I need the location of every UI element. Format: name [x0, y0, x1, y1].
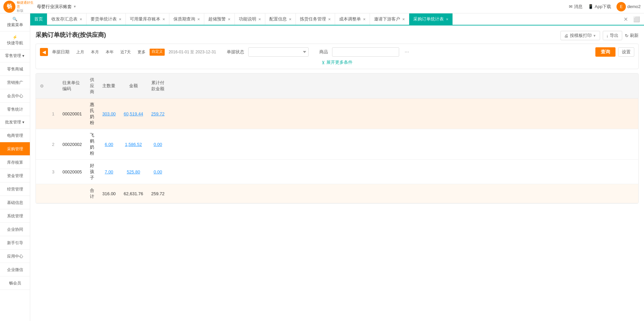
sidebar-item-ops[interactable]: 经营管理: [0, 182, 30, 196]
sidebar-item-vip[interactable]: 畅会员: [0, 276, 30, 290]
table-row: 2 00020002 飞鹤奶粉 6.00 1,586.52 0.00: [36, 129, 638, 160]
tab-home[interactable]: 首页: [30, 13, 47, 25]
more-filter-dots[interactable]: ···: [405, 49, 409, 55]
tab-close-icon[interactable]: ✕: [258, 17, 261, 21]
qty-link[interactable]: 6.00: [105, 142, 113, 147]
tab-over-stock[interactable]: 超储预警 ✕: [204, 13, 235, 25]
table-row: 1 00020001 惠氏奶粉 303.00 60,519.44 259.72: [36, 99, 638, 129]
paid-link[interactable]: 0.00: [154, 142, 162, 147]
sidebar-item-retail-shop[interactable]: 零售商城: [0, 62, 30, 76]
message-btn[interactable]: ✉ 消息: [569, 4, 583, 10]
row-num: 3: [48, 160, 58, 184]
goods-input[interactable]: [332, 47, 399, 57]
sidebar-item-wechat[interactable]: 企业微信: [0, 263, 30, 276]
tab-close-icon[interactable]: ✕: [289, 17, 291, 21]
footer-paid: 259.72: [147, 184, 169, 203]
row-amount: 525.80: [120, 160, 147, 184]
tab-goods-stat[interactable]: 要货单统计表 ✕: [87, 13, 126, 25]
amount-link[interactable]: 525.80: [127, 169, 140, 174]
tab-close-icon[interactable]: ✕: [162, 17, 165, 21]
query-button[interactable]: 查询: [595, 47, 615, 57]
row-supplier-code: 00020005: [58, 160, 86, 184]
sidebar-item-member[interactable]: 会员中心: [0, 89, 30, 103]
tab-cost-adjust[interactable]: 成本调整单 ✕: [335, 13, 370, 25]
export-button[interactable]: ↓ 导出: [603, 31, 623, 40]
sidebar-item-enterprise[interactable]: 企业协同: [0, 223, 30, 236]
row-paid: 0.00: [147, 129, 169, 160]
data-table-container: ⚙ 往来单位编码 供应商 主数量 金额 累计付款金额: [36, 73, 639, 204]
tab-purchase-stat[interactable]: 采购订单统计表 ✕: [409, 13, 453, 25]
tab-pick-task[interactable]: 拣货任务管理 ✕: [296, 13, 335, 25]
tab-label: 保质期查询: [173, 16, 195, 22]
expand-more-btn[interactable]: ⊻ 展开更多条件: [40, 59, 634, 65]
sidebar-item-retail-stat[interactable]: 零售统计: [0, 103, 30, 116]
date-btn-7days[interactable]: 近7天: [118, 49, 133, 56]
tab-close-icon[interactable]: ✕: [197, 17, 200, 21]
user-profile[interactable]: E demo2: [616, 2, 641, 11]
settings-button[interactable]: 设置: [618, 47, 634, 57]
footer-label: [58, 184, 86, 203]
sidebar-item-marketing[interactable]: 营销推广: [0, 76, 30, 89]
workspace-selector[interactable]: 母婴行业演示账套 ▼: [37, 4, 76, 10]
footer-settings-col: [36, 184, 48, 203]
sidebar-item-ecommerce[interactable]: 电商管理: [0, 129, 30, 142]
qty-link[interactable]: 7.00: [105, 169, 113, 174]
refresh-button[interactable]: ↻ 刷新: [625, 33, 639, 39]
filter-collapse-btn[interactable]: ◀: [40, 48, 48, 56]
status-select[interactable]: [248, 47, 309, 57]
export-icon: ↓: [606, 33, 609, 38]
tab-close-icon[interactable]: ✕: [446, 17, 448, 21]
sidebar-item-system[interactable]: 系统管理: [0, 209, 30, 223]
date-btn-last-month[interactable]: 上月: [73, 49, 87, 56]
tab-close-icon[interactable]: ✕: [79, 17, 82, 21]
sidebar-item-inventory[interactable]: 库存核算: [0, 156, 30, 169]
tab-close-icon[interactable]: ✕: [402, 17, 405, 21]
tab-label: 超储预警: [208, 16, 226, 22]
amount-link[interactable]: 1,586.52: [125, 142, 142, 147]
top-bar: 畅 畅捷通好生意 标版 母婴行业演示账套 ▼ ✉ 消息 📱 App下载: [0, 0, 644, 13]
chevron-down-icon: ▼: [73, 5, 76, 8]
tab-bar: 首页 收发存汇总表 ✕ 要货单统计表 ✕ 可用量库存账本 ✕ 保质期查询 ✕: [30, 13, 644, 25]
col-settings-icon[interactable]: ⚙: [36, 73, 48, 99]
tab-maximize-btn[interactable]: ⬜: [632, 16, 641, 22]
tab-receive-pay[interactable]: 收发存汇总表 ✕: [47, 13, 87, 25]
table-footer-row: 合计 316.00 62,631.76 259.72: [36, 184, 638, 203]
sidebar-label: 搜索菜单: [2, 22, 28, 28]
sidebar-item-shortcut[interactable]: ⚡ 快捷导航: [0, 32, 30, 50]
date-btn-this-month[interactable]: 本月: [88, 49, 102, 56]
tab-close-icon[interactable]: ✕: [328, 17, 331, 21]
date-btn-this-year[interactable]: 本年: [103, 49, 116, 56]
sidebar-item-newbie[interactable]: 新手引导: [0, 236, 30, 250]
tab-label: 邀请下游客户: [374, 16, 400, 22]
tab-close-icon[interactable]: ✕: [228, 17, 230, 21]
sidebar-item-purchase[interactable]: 采购管理: [0, 142, 30, 156]
date-btn-more[interactable]: 更多: [135, 49, 148, 56]
tab-invite-downstream[interactable]: 邀请下游客户 ✕: [370, 13, 409, 25]
qty-link[interactable]: 303.00: [102, 111, 116, 116]
sidebar-item-finance[interactable]: 资金管理: [0, 169, 30, 182]
app-download-btn[interactable]: 📱 App下载: [588, 4, 611, 10]
sidebar-item-basic[interactable]: 基础信息: [0, 196, 30, 209]
tab-config-info[interactable]: 配置信息 ✕: [265, 13, 296, 25]
col-qty: 主数量: [98, 73, 120, 99]
sidebar-item-app-center[interactable]: 应用中心: [0, 250, 30, 263]
print-button[interactable]: 🖨 按模板打印 ▼: [560, 31, 600, 40]
tab-close-icon[interactable]: ✕: [363, 17, 366, 21]
col-paid: 累计付款金额: [147, 73, 169, 99]
tab-close-all-btn[interactable]: ✕: [622, 16, 629, 22]
amount-link[interactable]: 60,519.44: [124, 111, 143, 116]
tab-usable-inventory[interactable]: 可用量库存账本 ✕: [126, 13, 169, 25]
sidebar-item-wholesale[interactable]: 批发管理 ▼: [0, 116, 30, 129]
tab-shelf-life[interactable]: 保质期查询 ✕: [169, 13, 204, 25]
date-range-display: 2016-01-01 至 2023-12-31: [169, 49, 216, 55]
sidebar-item-retail[interactable]: 零售管理 ▼: [0, 50, 30, 62]
sidebar-item-search[interactable]: 🔍 搜索菜单: [0, 13, 30, 32]
row-qty: 303.00: [98, 99, 120, 129]
tab-feature-doc[interactable]: 功能说明 ✕: [235, 13, 265, 25]
date-filter-label: 单据日期: [52, 49, 69, 55]
footer-num-col: [48, 184, 58, 203]
paid-link[interactable]: 0.00: [154, 169, 162, 174]
tab-close-icon[interactable]: ✕: [119, 17, 121, 21]
arrow-down-icon2: ▼: [22, 120, 25, 124]
paid-link[interactable]: 259.72: [151, 111, 165, 116]
